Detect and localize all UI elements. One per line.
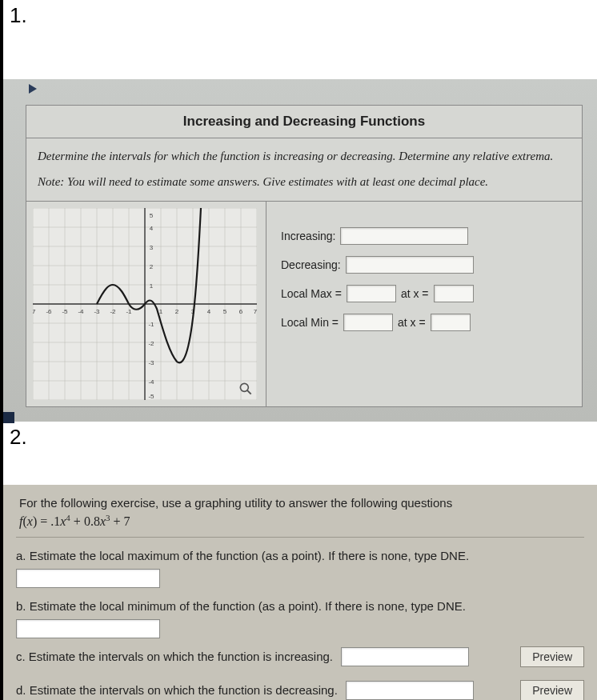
answers-panel: Increasing: Decreasing: Local Max = at x… [266,202,582,406]
problem-instructions: Determine the intervals for which the fu… [26,138,582,202]
svg-text:4: 4 [150,225,154,232]
graph-svg: -7-6-5-4-3-2-1 1234567 54321 -1-2-3-4-5 [33,208,257,400]
increasing-input[interactable] [340,227,468,245]
svg-text:-2: -2 [148,340,154,347]
spacer-2 [0,453,597,485]
q2-a-input[interactable] [16,569,160,588]
svg-text:2: 2 [150,263,154,270]
svg-text:-4: -4 [148,378,154,386]
question-2-panel: For the following exercise, use a graphi… [0,485,597,701]
svg-text:-2: -2 [110,308,116,315]
svg-text:-7: -7 [33,308,36,315]
q2-prompt: For the following exercise, use a graphi… [16,496,584,538]
local-min-label: Local Min = [281,316,339,329]
decreasing-label: Decreasing: [281,258,341,271]
svg-text:1: 1 [150,282,154,290]
q2-b-input[interactable] [16,619,160,638]
svg-text:-5: -5 [148,393,154,400]
svg-line-51 [247,390,251,394]
svg-text:-4: -4 [78,308,84,315]
decreasing-input[interactable] [346,256,474,274]
svg-text:5: 5 [150,212,154,219]
q2-c-input[interactable] [341,647,469,666]
svg-text:-3: -3 [148,359,154,366]
question-1-number: 1. [0,0,597,31]
spacer [0,31,597,79]
play-icon[interactable] [29,84,37,94]
magnify-icon[interactable] [238,381,254,397]
svg-text:1: 1 [159,308,163,315]
preview-button-c[interactable]: Preview [520,646,584,667]
svg-text:-3: -3 [94,308,100,315]
question-1-panel: Increasing and Decreasing Functions Dete… [0,79,597,422]
local-max-atx-label: at x = [401,287,429,300]
local-max-label: Local Max = [281,287,342,300]
local-min-x-input[interactable] [431,314,471,331]
problem-title: Increasing and Decreasing Functions [26,106,582,138]
q2-part-a: a. Estimate the local maximum of the fun… [16,549,584,562]
increasing-label: Increasing: [281,230,335,242]
svg-text:-1: -1 [148,321,154,328]
q2-part-c: c. Estimate the intervals on which the f… [16,650,333,663]
left-tab-icon [3,412,14,423]
svg-text:3: 3 [150,244,154,251]
local-max-x-input[interactable] [434,285,474,302]
instructions-line-2: Note: You will need to estimate some ans… [38,174,571,191]
question-2-number: 2. [0,422,597,453]
svg-text:-1: -1 [126,308,132,315]
svg-text:-5: -5 [62,308,68,315]
function-graph: -7-6-5-4-3-2-1 1234567 54321 -1-2-3-4-5 [33,208,257,400]
local-min-input[interactable] [343,314,393,331]
svg-text:-6: -6 [46,308,52,315]
svg-text:6: 6 [239,308,243,315]
local-min-atx-label: at x = [398,316,426,329]
problem-box: Increasing and Decreasing Functions Dete… [26,105,583,407]
local-max-input[interactable] [347,285,396,302]
svg-text:7: 7 [254,308,257,315]
q2-part-b: b. Estimate the local minimum of the fun… [16,599,584,613]
graph-container: -7-6-5-4-3-2-1 1234567 54321 -1-2-3-4-5 [26,202,266,406]
svg-text:5: 5 [223,308,227,315]
instructions-line-1: Determine the intervals for which the fu… [38,148,571,166]
svg-text:4: 4 [207,308,211,315]
q2-prompt-text: For the following exercise, use a graphi… [19,496,581,510]
preview-button-d[interactable]: Preview [520,680,584,700]
q2-formula: f(x) = .1x4 + 0.8x3 + 7 [19,513,581,529]
q2-part-d: d. Estimate the intervals on which the f… [16,683,338,697]
q2-d-input[interactable] [346,681,474,700]
svg-text:2: 2 [175,308,179,315]
